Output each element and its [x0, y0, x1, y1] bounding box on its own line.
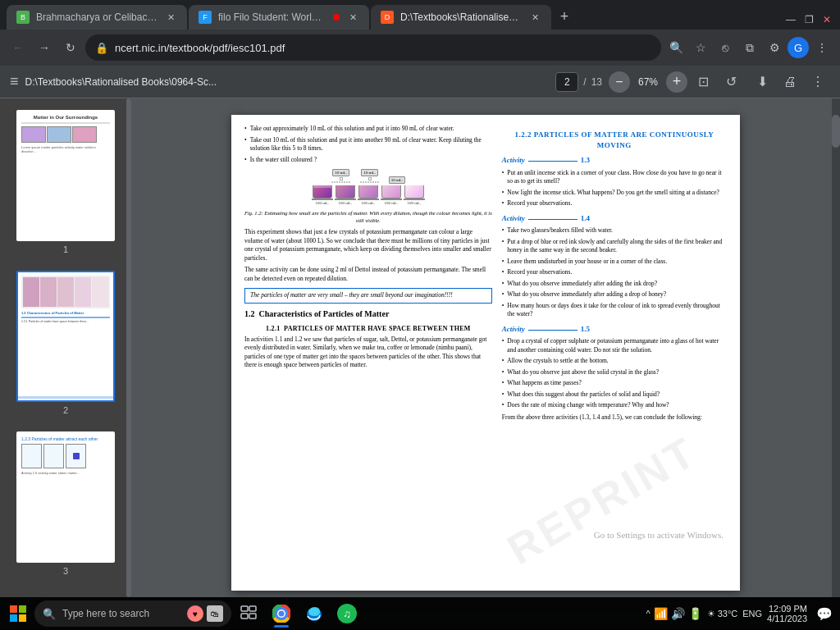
pdf-page-area[interactable]: Take out approximately 10 mL of this sol…: [131, 98, 840, 597]
clock-time: 12:09 PM: [767, 604, 807, 614]
lock-icon: 🔒: [95, 42, 108, 54]
minimize-button[interactable]: —: [784, 13, 797, 26]
bullet-item: Put a drop of blue or red ink slowly and…: [502, 238, 727, 255]
bookmark-button[interactable]: ☆: [689, 36, 712, 59]
tab1-close[interactable]: ✕: [164, 11, 177, 24]
network-icon[interactable]: 📶: [654, 607, 668, 620]
cortana-icon: ♥: [187, 605, 203, 622]
fit-page-button[interactable]: ⊡: [691, 70, 715, 94]
taskview-icon: [239, 604, 258, 623]
tab-pdf[interactable]: D D:\Textbooks\Rationalised Books... ✕: [371, 5, 551, 30]
bullet-item: Record your observations.: [502, 199, 727, 208]
thumbnail-2[interactable]: 1.2 Characteristics of Particles of Matt…: [13, 267, 118, 418]
start-button[interactable]: [3, 599, 33, 628]
body-text-2: The same activity can be done using 2 ml…: [244, 266, 492, 283]
svg-rect-2: [10, 605, 17, 613]
zoom-in-button[interactable]: +: [666, 71, 687, 93]
taskbar-app-chrome[interactable]: [266, 598, 297, 629]
maximize-button[interactable]: ❐: [802, 13, 815, 26]
bullet-item: Leave them undisturbed in your house or …: [502, 258, 727, 267]
taskbar-search-box[interactable]: 🔍 Type here to search ♥ 🛍: [34, 600, 231, 627]
back-button[interactable]: ←: [7, 36, 30, 59]
download-button[interactable]: ⬇: [750, 70, 774, 94]
zoom-controls: − 67% + ⊡ ↺: [609, 70, 743, 94]
bullet-item: What do you observe just above the solid…: [502, 368, 727, 377]
reprint-watermark: REPRINT: [499, 427, 705, 574]
extensions-button[interactable]: ⚙: [763, 36, 786, 59]
tab2-title: filo Filo Student: World's Only L...: [218, 11, 326, 23]
new-tab-button[interactable]: +: [553, 5, 576, 28]
taskbar: 🔍 Type here to search ♥ 🛍: [0, 597, 840, 630]
tab-brahmacharya[interactable]: B Brahmacharya or Celibacy in Hin... ✕: [7, 5, 187, 30]
notification-icon: 💬: [816, 606, 833, 622]
profile-avatar[interactable]: G: [788, 37, 809, 58]
taskbar-app-edge[interactable]: [299, 598, 330, 629]
chrome-app-icon: [272, 604, 291, 623]
tab-filo[interactable]: F filo Filo Student: World's Only L... ✕: [189, 5, 369, 30]
conclusion-text: From the above three activities (1.3, 1.…: [502, 413, 727, 422]
windows-activate-overlay: Go to Settings to activate Windows.: [594, 529, 724, 541]
notification-button[interactable]: 💬: [812, 601, 837, 626]
pdf-left-column: Take out approximately 10 mL of this sol…: [244, 125, 492, 422]
weather-icon: ☀: [707, 609, 715, 619]
activity-1-3-header: Activity 1.3: [502, 155, 727, 166]
activity-1-4-num: 1.4: [581, 213, 590, 224]
tab3-close[interactable]: ✕: [528, 11, 541, 24]
taskbar-app-spotify[interactable]: ♫: [331, 598, 363, 629]
tab-search-button[interactable]: ⎋: [714, 36, 737, 59]
spotify-app-icon: ♫: [337, 604, 357, 623]
tab2-close[interactable]: ✕: [346, 11, 359, 24]
activity-1-5-num: 1.5: [581, 324, 590, 335]
thumbnail-sidebar: Matter in Our Surroundings Lorem ipsum m…: [0, 98, 131, 597]
recording-indicator: [333, 14, 340, 21]
zoom-out-button[interactable]: −: [609, 71, 630, 93]
activity-1-4-label: Activity: [502, 213, 525, 224]
activity-1-5-line: [528, 330, 578, 331]
system-clock[interactable]: 12:09 PM 4/11/2023: [767, 604, 807, 623]
body-text-3: In activities 1.1 and 1.2 we saw that pa…: [244, 336, 492, 370]
page-number-input[interactable]: [555, 72, 578, 92]
windows-logo-icon: [9, 605, 27, 623]
pdf-more-button[interactable]: ⋮: [806, 70, 830, 94]
taskview-button[interactable]: [233, 598, 264, 629]
taskbar-apps: ♫: [233, 598, 363, 629]
tab1-favicon: B: [16, 11, 30, 24]
bullet-item: What happens as time passes?: [502, 379, 727, 388]
bullet-item: What do you observe immediately after ad…: [502, 290, 727, 299]
thumbnail-1[interactable]: Matter in Our Surroundings Lorem ipsum m…: [13, 107, 118, 258]
weather-widget[interactable]: ☀ 33°C: [707, 609, 738, 619]
pdf-scrollbar-thumb[interactable]: [832, 115, 840, 148]
tray-chevron[interactable]: ^: [646, 609, 650, 619]
bullet-item: Now light the incense stick. What happen…: [502, 189, 727, 198]
battery-icon[interactable]: 🔋: [688, 607, 702, 620]
pdf-menu-button[interactable]: ≡: [10, 73, 19, 90]
system-tray: ^ 📶 🔊 🔋: [646, 607, 701, 620]
volume-icon[interactable]: 🔊: [671, 607, 685, 620]
more-options-button[interactable]: ⋮: [810, 36, 833, 59]
page-controls: / 13: [555, 72, 602, 92]
split-view-button[interactable]: ⧉: [738, 36, 761, 59]
temperature: 33°C: [718, 609, 738, 619]
url-text: ncert.nic.in/textbook/pdf/iesc101.pdf: [115, 42, 651, 54]
activity-1-4-line: [528, 219, 578, 220]
tab3-title: D:\Textbooks\Rationalised Books...: [400, 11, 522, 23]
bullet-item: What do you observe immediately after ad…: [502, 280, 727, 289]
activity-1-5-label: Activity: [502, 324, 525, 335]
language-indicator[interactable]: ENG: [742, 609, 762, 619]
activity-1-5-bullets: Drop a crystal of copper sulphate or pot…: [502, 337, 727, 410]
close-window-button[interactable]: ✕: [820, 13, 833, 26]
pdf-right-column: 1.2.2 Particles of Matter are Continuous…: [502, 125, 727, 422]
forward-button[interactable]: →: [33, 36, 56, 59]
print-button[interactable]: 🖨: [778, 70, 802, 94]
refresh-button[interactable]: ↻: [59, 36, 82, 59]
tab3-favicon: D: [381, 11, 394, 24]
svg-rect-6: [241, 606, 248, 611]
rotate-button[interactable]: ↺: [719, 70, 743, 94]
address-bar[interactable]: 🔒 ncert.nic.in/textbook/pdf/iesc101.pdf: [85, 34, 661, 61]
pdf-title: D:\Textbooks\Rationalised Books\0964-Sc.…: [25, 76, 550, 88]
thumbnail-3[interactable]: 1.2.3 Particles of matter attract each o…: [13, 428, 118, 579]
bullet-item: Drop a crystal of copper sulphate or pot…: [502, 337, 727, 354]
pdf-scrollbar[interactable]: [832, 98, 840, 597]
google-lens-button[interactable]: 🔍: [664, 36, 687, 59]
window-controls: — ❐ ✕: [784, 13, 833, 30]
